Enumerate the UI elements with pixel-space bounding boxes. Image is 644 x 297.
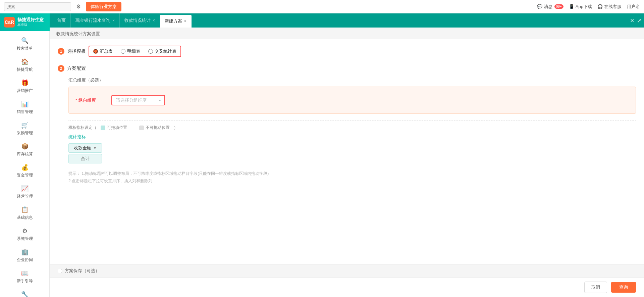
sidebar-item-search[interactable]: 🔍 搜索菜单: [0, 34, 49, 55]
divider: [68, 120, 636, 121]
tab-cashflow[interactable]: 现金银行流水查询 ×: [71, 13, 120, 28]
tabs-bar: 首页 现金银行流水查询 × 收款情况统计 × 新建方案 × ✕ ⤢: [50, 13, 644, 28]
sidebar-item-nav[interactable]: 🏠 快捷导航: [0, 55, 49, 76]
online-service-item[interactable]: 🎧 在线客服: [597, 4, 622, 10]
toggle-separator: [131, 125, 135, 131]
metric-tag-label: 收款金额: [74, 145, 91, 151]
dimension-arrow: —: [101, 98, 106, 103]
content-header: 收款情况统计方案设置: [50, 28, 644, 39]
radio-cross-label: 交叉统计表: [155, 48, 176, 54]
sidebar-item-label: 资金管理: [17, 172, 33, 178]
sidebar-item-label: 企业协同: [17, 257, 33, 263]
search-menu-icon: 🔍: [21, 37, 29, 44]
radio-detail-input[interactable]: [121, 49, 125, 54]
fixed-dot: [139, 126, 144, 130]
tab-new-plan-close[interactable]: ×: [184, 19, 186, 23]
hint-line-2: 2.点击标题栏下拉可设置排序、插入列和删除列: [68, 178, 636, 185]
purchase-icon: 🛒: [21, 121, 29, 129]
tab-cashflow-close[interactable]: ×: [112, 18, 115, 23]
sidebar-item-marketing[interactable]: 🎁 营销推广: [0, 76, 49, 97]
user-item[interactable]: 用户名: [627, 4, 640, 10]
finance-icon: 💰: [21, 164, 29, 171]
metric-col-statistics: 统计指标 收款金额 ▼ 合计: [68, 134, 102, 163]
toggle-close: ）: [174, 125, 178, 131]
breadcrumb: 收款情况统计方案设置: [56, 31, 100, 36]
draggable-dot: [101, 126, 105, 130]
footer-checkbox-area: 方案保存（可选）: [50, 264, 644, 277]
sidebar-item-basic-info[interactable]: 📋 基础信息: [0, 203, 49, 224]
logo-text: 畅捷通好生意: [17, 17, 44, 23]
fixed-label: 不可拖动位置: [146, 125, 170, 131]
sidebar-item-purchase[interactable]: 🛒 采购管理: [0, 118, 49, 139]
save-plan-checkbox[interactable]: [58, 269, 62, 273]
tab-new-plan[interactable]: 新建方案 ×: [160, 15, 192, 28]
metric-arrow-icon: ▼: [93, 146, 97, 150]
metrics-section: 模板指标设定（ 可拖动位置 不可拖动位置 ）: [68, 125, 636, 163]
sidebar-item-enterprise[interactable]: 🏢 企业协同: [0, 245, 49, 266]
gear-icon[interactable]: ⚙: [74, 2, 83, 11]
sidebar-item-guide[interactable]: 📖 新手引导: [0, 266, 49, 287]
tab-cashflow-label: 现金银行流水查询: [75, 17, 110, 23]
sidebar-container: CaR 畅捷通好生意 标准版 🔍 搜索菜单 🏠 快捷导航 🎁 营销推广 📊 销售…: [0, 13, 50, 297]
metrics-toggle: 模板指标设定（ 可拖动位置 不可拖动位置 ）: [68, 125, 636, 131]
radio-detail-label: 明细表: [127, 48, 140, 54]
radio-detail[interactable]: 明细表: [121, 48, 140, 54]
dimension-select[interactable]: 请选择分组维度: [111, 95, 165, 105]
tab-receipts-close[interactable]: ×: [153, 18, 155, 23]
fullscreen-icon[interactable]: ⤢: [637, 17, 641, 24]
topbar: ⚙ 体验行业方案 💬 消息 99+ 📱 App下载 🎧 在线客服 用户名: [0, 0, 644, 13]
trial-button[interactable]: 体验行业方案: [86, 2, 121, 11]
sidebar-item-label: 营销推广: [17, 88, 33, 94]
query-button[interactable]: 查询: [611, 282, 636, 293]
section1-num: 1: [58, 48, 64, 55]
hint-line-1: 提示： 1.拖动标题栏可以调整布局，不可跨维度或指标区域拖动栏目字段(只能在同一…: [68, 170, 636, 178]
sidebar-item-finance[interactable]: 💰 资金管理: [0, 160, 49, 182]
metrics-section-title: 模板指标设定（: [68, 125, 97, 131]
radio-cross-input[interactable]: [148, 49, 153, 54]
draggable-toggle-item: 可拖动位置: [101, 125, 127, 131]
service-label: 在线客服: [604, 4, 622, 10]
topbar-left: ⚙ 体验行业方案: [4, 2, 121, 11]
section2-title: 方案配置: [67, 65, 86, 71]
tab-receipts[interactable]: 收款情况统计 ×: [120, 13, 160, 28]
radio-summary-label: 汇总表: [100, 48, 113, 54]
action-bar: 取消 查询: [50, 277, 644, 297]
sidebar-item-label: 采购管理: [17, 130, 33, 136]
metrics-cols: 统计指标 收款金额 ▼ 合计: [68, 134, 636, 163]
system-icon: ⚙: [22, 227, 28, 235]
sidebar-item-label: 库存核算: [17, 151, 33, 157]
cancel-button[interactable]: 取消: [584, 282, 607, 293]
tab-home-label: 首页: [57, 17, 66, 23]
sidebar-item-label: 系统管理: [17, 236, 33, 242]
main-layout: CaR 畅捷通好生意 标准版 🔍 搜索菜单 🏠 快捷导航 🎁 营销推广 📊 销售…: [0, 13, 644, 297]
sidebar-item-label: 经营管理: [17, 194, 33, 199]
service-icon: 🎧: [597, 4, 603, 9]
save-plan-label[interactable]: 方案保存（可选）: [65, 268, 100, 274]
fixed-toggle-item: 不可拖动位置: [139, 125, 170, 131]
radio-cross[interactable]: 交叉统计表: [148, 48, 176, 54]
close-all-icon[interactable]: ✕: [630, 17, 634, 24]
metric-tag-amount[interactable]: 收款金额 ▼: [68, 143, 102, 153]
radio-summary[interactable]: 汇总表: [93, 48, 113, 54]
app-download-item[interactable]: 📱 App下载: [569, 4, 592, 10]
section1-title: 选择模板: [67, 48, 86, 54]
dimension-label: * 纵向维度: [75, 97, 96, 103]
message-item[interactable]: 💬 消息 99+: [537, 4, 564, 10]
dimension-select-wrap[interactable]: 请选择分组维度: [111, 95, 165, 105]
tab-home[interactable]: 首页: [52, 13, 71, 28]
sidebar-item-hardware[interactable]: 🔧 智能硬件: [0, 287, 49, 297]
sidebar-item-label: 搜索菜单: [17, 46, 33, 51]
metric-sub-total: 合计: [68, 154, 102, 163]
sidebar-item-management[interactable]: 📈 经营管理: [0, 182, 49, 203]
sidebar-item-inventory[interactable]: 📦 库存核算: [0, 139, 49, 160]
logo-sub: 标准版: [17, 22, 44, 27]
radio-summary-input[interactable]: [93, 49, 98, 54]
sidebar-item-system[interactable]: ⚙ 系统管理: [0, 224, 49, 245]
metrics-group-label: 统计指标: [68, 134, 102, 140]
sidebar-item-label: 快捷导航: [17, 67, 33, 72]
enterprise-icon: 🏢: [21, 248, 29, 256]
home-icon: 🏠: [21, 58, 29, 65]
sidebar-item-sales[interactable]: 📊 销售管理: [0, 97, 49, 118]
section1-label: 1 选择模板 汇总表 明细表 交叉统计表: [58, 46, 636, 57]
search-input[interactable]: [4, 2, 71, 11]
